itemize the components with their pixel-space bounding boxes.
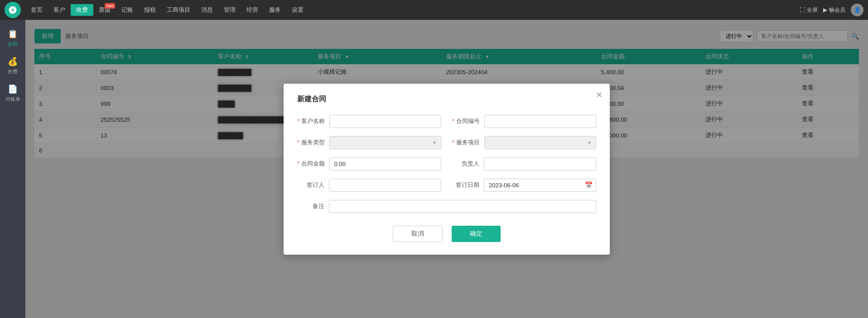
notes-field: 备注 <box>297 200 596 213</box>
service-item-select[interactable] <box>484 136 596 149</box>
form-row-3: 合同金额 负责人 <box>297 157 596 171</box>
contract-amount-input[interactable] <box>329 157 441 171</box>
nav-items: 首页 客户 收费 票据 new 记账 报税 工商项目 消息 管理 经营 服务 设… <box>25 4 800 16</box>
content-area: 新增 服务项目 进行中 已结束 全部 🔍 序号 合同编号 ⇅ <box>25 20 868 318</box>
modal-close-button[interactable]: ✕ <box>596 90 603 100</box>
cancel-button[interactable]: 取消 <box>393 226 443 242</box>
contract-no-field: 合同编号 <box>452 115 596 128</box>
confirm-button[interactable]: 确定 <box>452 226 501 242</box>
service-item-field: 服务项目 <box>452 136 596 149</box>
responsible-input[interactable] <box>484 157 596 171</box>
service-type-field: 服务类型 <box>297 136 441 149</box>
nav-right: ⛶ 全屏 ▶ 畅会员 👤 <box>800 4 863 16</box>
statement-icon: 📄 <box>8 84 18 94</box>
fullscreen-btn[interactable]: ⛶ 全屏 <box>800 6 818 14</box>
nav-customer[interactable]: 客户 <box>48 4 71 16</box>
play-icon: ▶ <box>823 7 827 13</box>
sidebar-item-fee[interactable]: 💰 收费 <box>0 52 25 80</box>
signer-field: 签订人 <box>297 179 441 192</box>
new-contract-modal: ✕ 新建合同 客户名称 合同编号 服务类型 <box>284 84 610 255</box>
sidebar-item-statement[interactable]: 📄 对账单 <box>0 80 25 107</box>
form-row-4: 签订人 签订日期 📅 <box>297 179 596 192</box>
nav-fee[interactable]: 收费 <box>71 4 93 16</box>
modal-footer: 取消 确定 <box>297 226 596 242</box>
signer-label: 签订人 <box>297 181 324 189</box>
nav-service[interactable]: 服务 <box>264 4 286 16</box>
contract-no-input[interactable] <box>484 115 596 128</box>
nav-manage[interactable]: 管理 <box>218 4 241 16</box>
customer-name-input[interactable] <box>329 115 441 128</box>
nav-settings[interactable]: 设置 <box>286 4 309 16</box>
nav-message[interactable]: 消息 <box>196 4 218 16</box>
contract-amount-label: 合同金额 <box>297 160 325 168</box>
responsible-label: 负责人 <box>452 160 479 168</box>
service-type-select[interactable] <box>329 136 441 149</box>
contract-icon: 📋 <box>8 29 18 39</box>
sign-date-label: 签订日期 <box>452 181 479 189</box>
top-navigation: 首页 客户 收费 票据 new 记账 报税 工商项目 消息 管理 经营 服务 设… <box>0 0 868 20</box>
customer-name-field: 客户名称 <box>297 115 441 128</box>
avatar[interactable]: 👤 <box>851 4 863 16</box>
sidebar-item-contract[interactable]: 📋 合同 <box>0 24 25 52</box>
sign-date-field: 签订日期 📅 <box>452 179 596 192</box>
notes-label: 备注 <box>297 202 324 210</box>
service-type-label: 服务类型 <box>297 138 325 147</box>
main-layout: 📋 合同 💰 收费 📄 对账单 新增 服务项目 进行中 已结束 全部 🔍 <box>0 20 868 318</box>
nav-business[interactable]: 工商项目 <box>161 4 196 16</box>
form-row-1: 客户名称 合同编号 <box>297 115 596 128</box>
nav-bookkeep[interactable]: 记账 <box>116 4 139 16</box>
form-row-2: 服务类型 服务项目 <box>297 136 596 149</box>
modal-overlay: ✕ 新建合同 客户名称 合同编号 服务类型 <box>25 20 868 318</box>
customer-name-label: 客户名称 <box>297 117 325 125</box>
app-logo <box>5 2 21 18</box>
modal-title: 新建合同 <box>297 95 596 104</box>
signer-input[interactable] <box>329 179 441 192</box>
nav-ticket[interactable]: 票据 new <box>93 4 116 16</box>
service-item-label: 服务项目 <box>452 138 480 147</box>
nav-operation[interactable]: 经营 <box>241 4 264 16</box>
sidebar: 📋 合同 💰 收费 📄 对账单 <box>0 20 25 318</box>
responsible-field: 负责人 <box>452 157 596 171</box>
member-btn[interactable]: ▶ 畅会员 <box>823 6 845 14</box>
nav-home[interactable]: 首页 <box>25 4 48 16</box>
fee-icon: 💰 <box>8 57 18 66</box>
notes-input[interactable] <box>329 200 596 213</box>
new-badge: new <box>105 3 115 9</box>
form-row-5: 备注 <box>297 200 596 213</box>
contract-amount-field: 合同金额 <box>297 157 441 171</box>
nav-tax[interactable]: 报税 <box>139 4 161 16</box>
contract-no-label: 合同编号 <box>452 117 480 125</box>
sign-date-input[interactable] <box>484 179 596 192</box>
fullscreen-icon: ⛶ <box>800 7 805 13</box>
